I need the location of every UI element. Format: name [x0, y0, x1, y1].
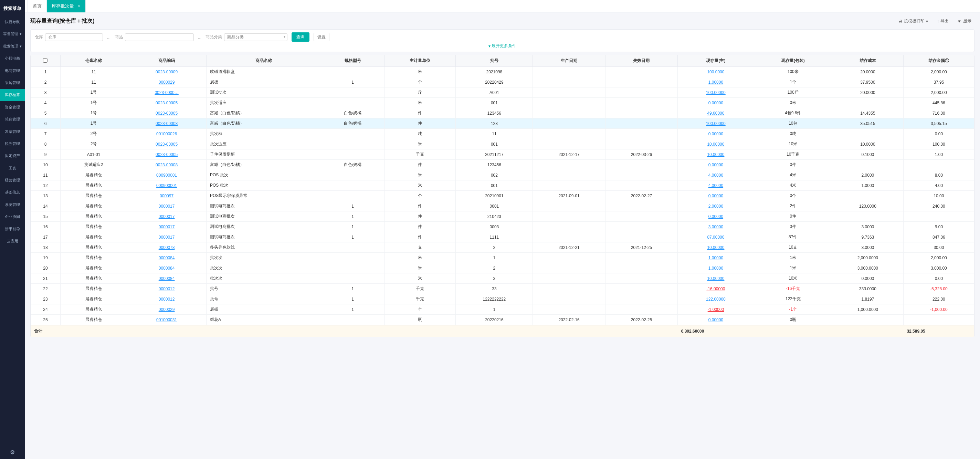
sidebar-item-zhangzhang[interactable]: 总账管理	[0, 113, 25, 125]
cell-qty-main: 2.00000	[678, 201, 754, 212]
cell-batch: 1111	[456, 232, 533, 242]
sidebar-item-shuiwu[interactable]: 税务管理	[0, 138, 25, 150]
cell-code: 0000012	[127, 294, 207, 304]
sidebar-item-qiyexietong[interactable]: 企业协同	[0, 211, 25, 223]
cell-qty-main: 10.00000	[678, 139, 754, 150]
cell-name: 批次次	[207, 273, 321, 284]
table-row: 15 晨睿精仓 0000017 测试电商批次 1 件 210423 0.0000…	[31, 212, 974, 222]
cell-cost	[832, 98, 903, 108]
sidebar-item-lingshouguanli[interactable]: 零售管理 ▾	[0, 28, 25, 40]
sidebar-item-fapiao[interactable]: 发票管理	[0, 126, 25, 138]
cell-unit: 件	[385, 118, 456, 129]
cell-index: 21	[31, 273, 60, 284]
settings-button[interactable]: 设置	[313, 33, 329, 41]
col-qty-pkg: 现存量(包装)	[754, 55, 832, 67]
cell-warehouse: 1号	[60, 98, 127, 108]
cell-code: 0000017	[127, 232, 207, 242]
cell-prod-date	[533, 77, 605, 88]
tab-home[interactable]: 首页	[27, 0, 47, 13]
export-btn[interactable]: ↑ 导出	[934, 16, 952, 26]
cell-batch: 20210901	[456, 191, 533, 201]
cell-name: 批次适应	[207, 139, 321, 150]
print-btn[interactable]: 🖨 按模板打印 ▾	[895, 16, 931, 26]
cell-prod-date	[533, 139, 605, 150]
sidebar-item-yunyingyong[interactable]: 云应用	[0, 235, 25, 247]
filter-dots-2: ...	[198, 35, 201, 40]
sidebar-item-pifaguanli[interactable]: 批发管理 ▾	[0, 40, 25, 53]
show-btn[interactable]: 👁 显示	[955, 16, 975, 26]
category-input[interactable]	[224, 33, 288, 41]
sidebar-item-xitongguanli[interactable]: 系统管理	[0, 199, 25, 211]
cell-code: 0000029	[127, 77, 207, 88]
table-container: 仓库名称 商品编码 商品名称 规格型号 主计量单位 批号 生产日期 失效日期 现…	[30, 55, 975, 337]
sidebar-item-jichuxinxi[interactable]: 基础信息	[0, 186, 25, 198]
goods-input[interactable]	[125, 33, 194, 41]
cell-warehouse: 1号	[60, 108, 127, 118]
cell-index: 23	[31, 294, 60, 304]
search-button[interactable]: 查询	[291, 32, 309, 41]
table-row: 10 测试适应2 0023-00008 富减（白色/奶橘） 白色/奶橘 件 12…	[31, 160, 974, 170]
sidebar-item-caigou[interactable]: 采购管理	[0, 77, 25, 89]
sidebar-item-kuaijiedaohang[interactable]: 快捷导航	[0, 16, 25, 28]
sidebar-logo[interactable]: 搜索菜单	[2, 3, 23, 14]
cell-code: 0000084	[127, 263, 207, 273]
cell-name: 测试电商批次	[207, 212, 321, 222]
table-row: 5 1号 0023-00005 富减（白色/奶橘） 白色/奶橘 件 123456…	[31, 108, 974, 118]
cell-cost	[832, 315, 903, 325]
cell-qty-main: 100.00000	[678, 88, 754, 98]
cell-batch: 210423	[456, 212, 533, 222]
cell-qty-pkg: 87件	[754, 232, 832, 242]
cell-warehouse: 2号	[60, 139, 127, 150]
cell-prod-date	[533, 212, 605, 222]
cell-code: 0000029	[127, 304, 207, 315]
cell-qty-pkg: 0个	[754, 191, 832, 201]
cell-code: 001000031	[127, 315, 207, 325]
cell-spec: 1	[321, 222, 385, 232]
cell-name: 测试电商批次	[207, 232, 321, 242]
col-cost: 结存成本	[832, 55, 903, 67]
cell-prod-date	[533, 160, 605, 170]
sidebar-item-dianshangg[interactable]: 电商管理	[0, 65, 25, 77]
cell-warehouse: 1号	[60, 118, 127, 129]
cell-code: 0023-00008	[127, 160, 207, 170]
sidebar-item-jingyingguanli[interactable]: 经营管理	[0, 174, 25, 186]
warehouse-input[interactable]	[45, 33, 103, 41]
cell-index: 13	[31, 191, 60, 201]
cell-qty-main: 0.00000	[678, 160, 754, 170]
cell-qty-pkg: 10米	[754, 139, 832, 150]
cell-unit: 米	[385, 180, 456, 191]
cell-cost: 0.0000	[832, 273, 903, 284]
sidebar-item-xinshouyindao[interactable]: 新手引导	[0, 223, 25, 235]
table-row: 8 2号 0023-00005 批次适应 米 001 10.00000 10米 …	[31, 139, 974, 150]
sidebar-item-zijin[interactable]: 资金管理	[0, 101, 25, 113]
cell-name: 批次框	[207, 129, 321, 139]
cell-spec	[321, 150, 385, 160]
cell-exp-date	[605, 170, 678, 180]
cell-index: 15	[31, 212, 60, 222]
expand-conditions-btn[interactable]: ▾ 展开更多条件	[488, 43, 516, 49]
cell-batch: 0001	[456, 201, 533, 212]
cell-spec	[321, 88, 385, 98]
eye-icon: 👁	[958, 19, 962, 24]
sidebar-item-xiaoe[interactable]: 小额电商	[0, 53, 25, 64]
table-row: 23 晨睿精仓 0000012 批号 1 千克 1222222222 122.0…	[31, 294, 974, 304]
select-all-checkbox[interactable]	[43, 58, 48, 63]
sidebar-item-kucun[interactable]: 库存核算	[0, 89, 25, 101]
footer-total-amount: 32,589.05	[903, 325, 974, 337]
cell-qty-pkg: 0件	[754, 160, 832, 170]
cell-cost: 2,000.0000	[832, 253, 903, 263]
tab-close-icon[interactable]: ✕	[78, 4, 81, 8]
cell-spec: 白色/奶橘	[321, 118, 385, 129]
cell-cost	[832, 212, 903, 222]
cell-qty-main: 1.00000	[678, 263, 754, 273]
tab-kucun-pici[interactable]: 库存批次量 ✕	[47, 0, 86, 13]
cell-unit: 件	[385, 201, 456, 212]
cell-amount: 37.95	[903, 77, 974, 88]
cell-amount: 100.00	[903, 139, 974, 150]
cell-batch: 001	[456, 98, 533, 108]
sidebar-item-gudingzichan[interactable]: 固定资产	[0, 150, 25, 162]
cell-code: 0023-00009	[127, 67, 207, 77]
cell-warehouse: 晨睿精仓	[60, 222, 127, 232]
settings-icon[interactable]: ⚙	[0, 446, 25, 459]
sidebar-item-gongzi[interactable]: 工资	[0, 162, 25, 174]
